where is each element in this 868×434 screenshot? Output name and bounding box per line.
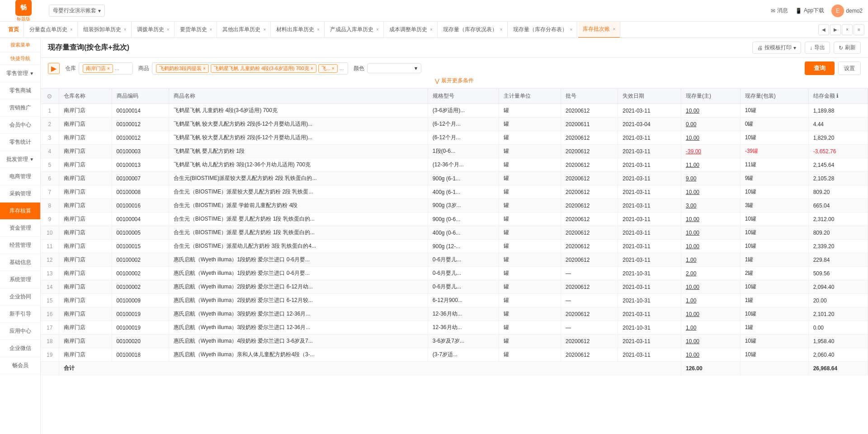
row-qty-main[interactable]: 10.00: [681, 307, 741, 321]
tab-close-icon[interactable]: ×: [124, 27, 127, 32]
tab-yaoh[interactable]: 要货单历史 ×: [175, 22, 217, 38]
tab-next-btn[interactable]: ▶: [830, 24, 841, 35]
sidebar-item-wholesale[interactable]: 批发管理 ▼: [0, 151, 40, 168]
tab-prev-btn[interactable]: ◀: [818, 24, 829, 35]
tab-close-icon[interactable]: ×: [263, 27, 266, 32]
sidebar-item-retail-mgmt[interactable]: 零售管理 ▼: [0, 65, 40, 82]
row-qty-main[interactable]: 2.00: [681, 267, 741, 280]
table-summary-row: 合计 126.00 26,968.64: [41, 362, 868, 375]
col-gear[interactable]: ⚙: [41, 89, 59, 104]
product-tag-container[interactable]: 飞鹤奶粉3段丙提装 × 飞鹤星飞帆 儿童奶粉 4段(3-6岁适用) 700克 ×…: [152, 62, 348, 75]
row-qty-main[interactable]: -39.00: [681, 145, 741, 158]
user-profile[interactable]: E demo2: [831, 5, 863, 17]
row-qty-main[interactable]: 3.00: [681, 199, 741, 212]
row-qty-main[interactable]: 10.00: [681, 226, 741, 240]
tab-xiancunliang1[interactable]: 现存量（库存状况表）×: [439, 22, 508, 38]
row-qty-main[interactable]: 10.00: [681, 240, 741, 253]
row-qty-main[interactable]: 11.00: [681, 158, 741, 172]
tab-close-icon[interactable]: ×: [210, 27, 212, 32]
product-tag-2-remove[interactable]: ×: [311, 66, 313, 71]
row-qty-main[interactable]: 10.00: [681, 131, 741, 145]
row-qty-main[interactable]: 10.00: [681, 335, 741, 348]
account-dropdown[interactable]: 母婴行业演示账套 ▾: [49, 5, 105, 17]
expand-conditions-btn[interactable]: ⋁ 展开更多条件: [435, 77, 474, 85]
tab-home[interactable]: 首页: [4, 22, 24, 38]
row-qty-main[interactable]: 10.00: [681, 185, 741, 199]
tab-zuhe[interactable]: 组装拆卸单历史 ×: [79, 22, 132, 38]
warehouse-tag-container[interactable]: 南岸门店 × ...: [79, 62, 133, 75]
sidebar-item-system[interactable]: 系统管理: [0, 271, 40, 288]
sidebar-item-member[interactable]: 会员中心: [0, 117, 40, 134]
tab-close-icon[interactable]: ×: [376, 27, 379, 32]
row-qty-main[interactable]: 0.00: [681, 118, 741, 131]
sidebar-item-retail-stats[interactable]: 零售统计: [0, 134, 40, 151]
refresh-button[interactable]: ↻ 刷新: [834, 42, 861, 54]
row-code: 00100003: [112, 145, 169, 158]
color-tag-container[interactable]: ▾: [367, 63, 421, 73]
row-batchno: —: [561, 267, 618, 280]
app-download-btn[interactable]: 📱 App下载: [795, 7, 824, 14]
tab-close-all-btn[interactable]: ×: [842, 24, 853, 35]
row-spec: (12-36个月...: [428, 158, 499, 172]
tab-chanchengru[interactable]: 产成品入库单历史 ×: [326, 22, 384, 38]
tab-cailiaochu[interactable]: 材料出库单历史 ×: [272, 22, 325, 38]
tab-qitachu[interactable]: 其他出库单历史 ×: [218, 22, 271, 38]
tab-close-icon[interactable]: ×: [613, 27, 615, 32]
warehouse-more-btn[interactable]: ...: [115, 65, 119, 71]
row-spec: 900g (0-6...: [428, 212, 499, 226]
product-tag-1-remove[interactable]: ×: [203, 66, 206, 71]
sidebar-item-wechat[interactable]: 企业微信: [0, 340, 40, 357]
sidebar-item-inventory[interactable]: 库存核算: [0, 203, 40, 220]
tab-chengbentiao[interactable]: 成本调整单历史 ×: [385, 22, 438, 38]
tab-fenpan[interactable]: 分量盘点单历史 ×: [25, 22, 78, 38]
row-no: 18: [41, 335, 59, 348]
tab-xiancunliang2[interactable]: 现存量（库存分布表）×: [509, 22, 578, 38]
sidebar-item-purchase[interactable]: 采购管理: [0, 185, 40, 203]
tab-close-icon[interactable]: ×: [430, 27, 433, 32]
sidebar-item-finance[interactable]: 资金管理: [0, 220, 40, 237]
product-tag-3-remove[interactable]: ×: [332, 66, 335, 71]
sidebar-search[interactable]: 搜索菜单: [0, 38, 40, 52]
tab-diaob[interactable]: 调拨单历史 ×: [132, 22, 175, 38]
col-qty-main: 现存量(主): [681, 89, 741, 104]
sidebar-item-apps[interactable]: 应用中心: [0, 323, 40, 340]
sidebar-item-guide[interactable]: 新手引导: [0, 306, 40, 323]
row-qty-main[interactable]: 1.00: [681, 321, 741, 335]
row-qty-pkg: 10罐: [740, 335, 808, 348]
row-qty-main[interactable]: 1.00: [681, 253, 741, 267]
row-qty-main[interactable]: 9.00: [681, 172, 741, 185]
row-qty-main[interactable]: 10.00: [681, 280, 741, 294]
sidebar-item-operations[interactable]: 经营管理: [0, 237, 40, 254]
sidebar-item-collab[interactable]: 企业协同: [0, 288, 40, 306]
tab-close-icon[interactable]: ×: [500, 27, 503, 32]
tab-close-icon[interactable]: ×: [570, 27, 573, 32]
sidebar-item-basic[interactable]: 基础信息: [0, 254, 40, 271]
sidebar-nav[interactable]: 快捷导航: [0, 52, 40, 65]
account-label: 母婴行业演示账套: [53, 7, 96, 14]
row-qty-main[interactable]: 10.00: [681, 212, 741, 226]
message-btn[interactable]: ✉ 消息: [771, 7, 788, 14]
warehouse-tag-remove[interactable]: ×: [107, 66, 110, 71]
row-qty-main[interactable]: 10.00: [681, 348, 741, 362]
sidebar-item-retail-mall[interactable]: 零售商城: [0, 82, 40, 99]
sidebar-item-ecommerce[interactable]: 电商管理: [0, 168, 40, 185]
tab-close-icon[interactable]: ×: [70, 27, 73, 32]
query-button[interactable]: 查询: [805, 61, 835, 75]
product-more-btn[interactable]: ...: [340, 65, 344, 71]
filter-toggle-arrow[interactable]: ▶: [48, 63, 60, 74]
row-qty-main[interactable]: 10.00: [681, 104, 741, 118]
tab-close-icon[interactable]: ×: [167, 27, 170, 32]
gear-icon[interactable]: ⚙: [47, 93, 52, 100]
sidebar-item-member2[interactable]: 畅会员: [0, 357, 40, 374]
tab-menu-btn[interactable]: ≡: [854, 24, 864, 35]
tab-kucunpici[interactable]: 库存批次账 ×: [578, 22, 620, 38]
sidebar-item-marketing[interactable]: 营销推广: [0, 99, 40, 117]
row-expiry: 2021-03-11: [618, 280, 681, 294]
settings-button[interactable]: 设置: [838, 61, 861, 75]
row-qty-pkg: 10罐: [740, 226, 808, 240]
tab-close-icon[interactable]: ×: [317, 27, 320, 32]
row-qty-main[interactable]: 1.00: [681, 294, 741, 307]
export-button[interactable]: ↓ 导出: [805, 42, 830, 54]
expand-label: 展开更多条件: [441, 77, 474, 85]
print-button[interactable]: 🖨 按模板打印 ▾: [752, 42, 801, 54]
